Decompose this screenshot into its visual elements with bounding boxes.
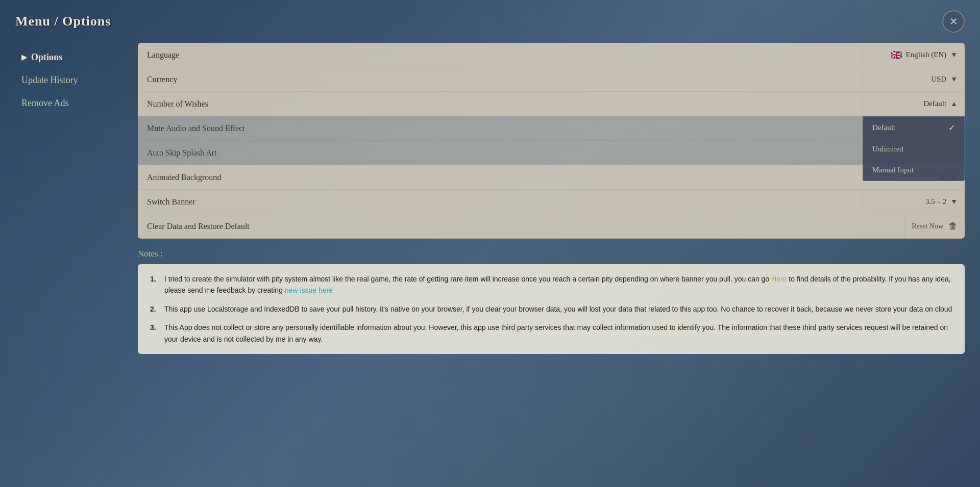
notes-title: Notes : (138, 249, 965, 259)
sidebar: ▶ Options Update History Remove Ads (15, 43, 128, 477)
sidebar-item-options[interactable]: ▶ Options (15, 48, 128, 67)
switch-banner-arrow: ▼ (950, 198, 958, 206)
note-item-1: 1. I tried to create the simulator with … (150, 273, 952, 296)
currency-row: Currency USD ▼ (138, 67, 965, 92)
note-num-3: 3. (150, 322, 160, 345)
wishes-label: Number of Wishes (138, 99, 863, 109)
note-num-2: 2. (150, 303, 160, 315)
close-button[interactable]: ✕ (942, 10, 965, 33)
sidebar-item-update-history[interactable]: Update History (15, 71, 128, 90)
clear-data-label: Clear Data and Restore Default (138, 222, 904, 231)
note-item-3: 3. This App does not collect or store an… (150, 322, 952, 345)
check-icon: ✓ (948, 123, 955, 133)
main-panel: Language 🇬🇧 English (EN) ▼ Currency USD … (138, 43, 965, 477)
auto-skip-label: Auto Skip Splash Art (138, 148, 863, 158)
page-title: Menu / Options (15, 14, 111, 29)
reset-area[interactable]: Reset Now 🗑 (904, 214, 965, 238)
arrow-icon: ▶ (21, 53, 27, 62)
currency-label: Currency (138, 75, 863, 84)
language-dropdown-arrow: ▼ (950, 51, 958, 59)
dropdown-option-unlimited[interactable]: Unlimited (863, 139, 964, 160)
note-item-2: 2. This app use Localstorage and Indexed… (150, 303, 952, 315)
animated-bg-label: Animated Background (138, 173, 863, 182)
note-text-1: I tried to create the simulator with pit… (164, 273, 952, 296)
language-value[interactable]: 🇬🇧 English (EN) ▼ (863, 43, 965, 67)
settings-rows: Language 🇬🇧 English (EN) ▼ Currency USD … (138, 43, 965, 239)
trash-icon: 🗑 (948, 221, 958, 232)
new-issue-link[interactable]: new issue here (285, 286, 333, 294)
dropdown-option-manual[interactable]: Manual Input (863, 160, 964, 181)
animated-bg-row: Animated Background No ▼ (138, 165, 965, 190)
clear-data-row: Clear Data and Restore Default Reset Now… (138, 214, 965, 239)
wishes-dropdown-arrow: ▲ (950, 100, 958, 108)
switch-banner-label: Switch Banner (138, 197, 863, 207)
notes-section: Notes : 1. I tried to create the simulat… (138, 249, 965, 354)
reset-now-text: Reset Now (912, 222, 943, 230)
wishes-row: Number of Wishes Default ▲ Default ✓ Unl… (138, 92, 965, 116)
wishes-value[interactable]: Default ▲ (863, 92, 965, 116)
sidebar-item-remove-ads[interactable]: Remove Ads (15, 94, 128, 113)
mute-audio-label: Mute Audio and Sound Effect (138, 124, 863, 133)
language-row: Language 🇬🇧 English (EN) ▼ (138, 43, 965, 67)
notes-box: 1. I tried to create the simulator with … (138, 264, 965, 354)
here-link[interactable]: Here (771, 275, 787, 283)
flag-icon: 🇬🇧 (891, 49, 902, 61)
currency-value[interactable]: USD ▼ (863, 67, 965, 91)
mute-audio-row: Mute Audio and Sound Effect (138, 116, 965, 141)
notes-list: 1. I tried to create the simulator with … (150, 273, 952, 345)
note-num-1: 1. (150, 273, 160, 296)
wishes-dropdown-menu: Default ✓ Unlimited Manual Input (863, 116, 965, 181)
switch-banner-value[interactable]: 3.5 – 2 ▼ (863, 190, 965, 214)
currency-dropdown-arrow: ▼ (950, 75, 958, 84)
dropdown-option-default[interactable]: Default ✓ (863, 117, 964, 139)
switch-banner-row: Switch Banner 3.5 – 2 ▼ (138, 190, 965, 214)
language-label: Language (138, 50, 863, 60)
auto-skip-row: Auto Skip Splash Art (138, 141, 965, 165)
